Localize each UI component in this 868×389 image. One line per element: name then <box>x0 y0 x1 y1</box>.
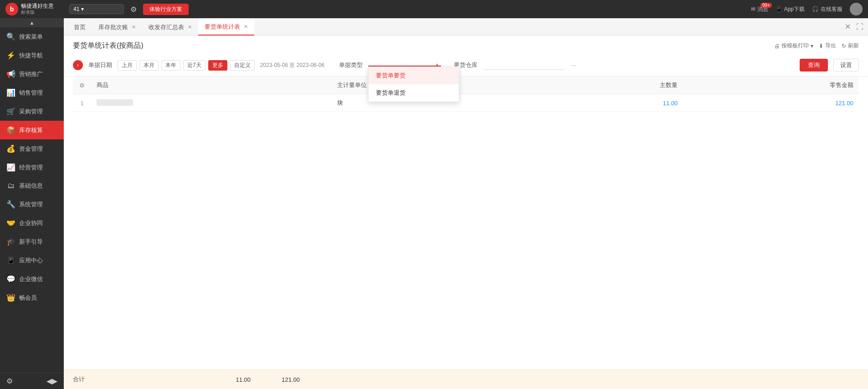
page-content: 要货单统计表(按商品) 🖨 按模板打印 ▾ ⬇ 导出 ↻ 刷新 <box>64 36 868 369</box>
dropdown-item-order-goods[interactable]: 要货单要货 <box>369 67 459 84</box>
top-header: b 畅捷通好生意 标准版 41 ▾ ⚙ 体验行业方案 ✉ 消息 99+ 📱 Ap… <box>0 0 868 18</box>
sidebar-item-operations[interactable]: 📈 经营管理 <box>0 158 64 177</box>
tab-receivable[interactable]: 收发存汇总表✕ <box>142 19 198 35</box>
sidebar-bottom: ⚙ ◀▶ <box>0 373 64 389</box>
print-btn[interactable]: 🖨 按模板打印 ▾ <box>774 42 813 50</box>
more-dates-btn[interactable]: 更多 <box>208 60 227 71</box>
table-col-qty: 主数量 <box>538 77 683 94</box>
last-month-btn[interactable]: 上月 <box>118 60 137 71</box>
sidebar-icon-sales: 📊 <box>6 88 15 97</box>
sidebar-item-system[interactable]: 🔧 系统管理 <box>0 195 64 214</box>
print-dropdown-icon: ▾ <box>811 43 813 49</box>
header-center: 41 ▾ ⚙ 体验行业方案 <box>69 4 751 15</box>
sidebar-settings-icon[interactable]: ⚙ <box>6 377 13 385</box>
tab-order-stats[interactable]: 要货单统计表✕ <box>198 18 254 36</box>
tab-close-order-stats[interactable]: ✕ <box>244 24 248 30</box>
this-year-btn[interactable]: 本年 <box>161 60 180 71</box>
sidebar-label-search: 搜索菜单 <box>19 33 43 41</box>
sidebar-item-wechat[interactable]: 💬 企业微信 <box>0 270 64 288</box>
date-shortcuts: 上月 本月 本年 近7天 更多 自定义 <box>118 60 255 71</box>
sidebar-item-sales[interactable]: 📊 销售管理 <box>0 83 64 102</box>
app-name: 畅捷通好生意 <box>21 3 54 9</box>
sidebar-item-inventory[interactable]: 📦 库存核算 <box>0 121 64 139</box>
warehouse-input[interactable] <box>483 61 565 70</box>
sidebar-icon-system: 🔧 <box>6 200 15 209</box>
phone-icon: 📱 <box>776 6 782 12</box>
sidebar-icon-guide: 🎓 <box>6 237 15 246</box>
warehouse-more-btn[interactable]: ··· <box>570 61 576 69</box>
query-button[interactable]: 查询 <box>800 59 828 72</box>
sidebar-icon-members: 👑 <box>6 293 15 302</box>
table-col-amount: 零售金额 <box>683 77 859 94</box>
sidebar-label-inventory: 库存核算 <box>19 126 43 134</box>
sidebar-icon-wechat: 💬 <box>6 275 15 283</box>
sidebar-label-sales: 销售管理 <box>19 89 43 97</box>
summary-label: 合计 <box>73 375 205 384</box>
sidebar-item-members[interactable]: 👑 畅会员 <box>0 288 64 307</box>
sidebar-icon-search: 🔍 <box>6 32 15 41</box>
tab-close-batch[interactable]: ✕ <box>132 24 136 30</box>
header-settings-btn[interactable]: ⚙ <box>128 4 139 15</box>
message-icon: ✉ <box>751 6 755 12</box>
refresh-icon: ↻ <box>842 43 846 49</box>
setup-button[interactable]: 设置 <box>833 59 859 72</box>
sidebar-item-purchase[interactable]: 🛒 采购管理 <box>0 102 64 121</box>
custom-date-btn[interactable]: 自定义 <box>230 60 255 71</box>
logo-area: b 畅捷通好生意 标准版 <box>5 3 69 15</box>
sidebar-item-guide[interactable]: 🎓 新手引导 <box>0 232 64 251</box>
print-icon: 🖨 <box>774 43 780 49</box>
sidebar-icon-shortcut: ⚡ <box>6 51 15 60</box>
sidebar-item-shortcut[interactable]: ⚡ 快捷导航 <box>0 46 64 65</box>
table-container: ⚙ 商品 主计量单位 主数量 零售金额 1 块 11.00 121.00 <box>64 77 868 112</box>
app-download-btn[interactable]: 📱 App下载 <box>776 5 805 13</box>
messages-btn[interactable]: ✉ 消息 99+ <box>751 5 768 13</box>
store-selector[interactable]: 41 ▾ <box>69 4 124 14</box>
tab-expand-btn[interactable]: ⛶ <box>855 22 864 32</box>
sidebar-item-base[interactable]: 🗂 基础信息 <box>0 177 64 195</box>
table-spacer <box>64 112 868 249</box>
sidebar-item-finance[interactable]: 💰 资金管理 <box>0 139 64 158</box>
sidebar-items: 🔍 搜索菜单 ⚡ 快捷导航 📢 营销推广 📊 销售管理 🛒 采购管理 📦 库存核… <box>0 27 64 373</box>
table-col-settings[interactable]: ⚙ <box>73 77 91 94</box>
dropdown-item-order-return[interactable]: 要货单退货 <box>369 84 459 102</box>
sidebar-icon-enterprise: 🤝 <box>6 219 15 227</box>
table-row: 1 块 11.00 121.00 <box>73 94 859 112</box>
avatar[interactable] <box>850 3 863 15</box>
tab-label-receivable: 收发存汇总表 <box>149 23 184 31</box>
sidebar-item-marketing[interactable]: 📢 营销推广 <box>0 65 64 83</box>
sidebar-scroll-up[interactable]: ▲ <box>0 18 64 27</box>
tab-label-home: 首页 <box>74 23 86 31</box>
tab-close-receivable[interactable]: ✕ <box>188 24 192 30</box>
sidebar-label-purchase: 采购管理 <box>19 107 43 116</box>
store-name: 41 <box>73 6 79 12</box>
sidebar-item-enterprise[interactable]: 🤝 企业协同 <box>0 214 64 232</box>
summary-amount: 121.00 <box>254 376 300 383</box>
tab-bar-right: ✕ ⛶ <box>844 21 864 32</box>
filter-bar: › 单据日期 上月 本月 本年 近7天 更多 自定义 2023-05-06 至 … <box>64 54 868 77</box>
row-num-0: 1 <box>73 94 91 112</box>
sidebar-icon-inventory: 📦 <box>6 126 15 134</box>
sidebar-icon-purchase: 🛒 <box>6 107 15 116</box>
sidebar-item-search[interactable]: 🔍 搜索菜单 <box>0 27 64 46</box>
tab-home[interactable]: 首页 <box>67 19 92 35</box>
export-btn[interactable]: ⬇ 导出 <box>819 42 836 50</box>
last-7-days-btn[interactable]: 近7天 <box>183 60 205 71</box>
sidebar-collapse-icon[interactable]: ◀▶ <box>46 377 57 385</box>
sidebar-icon-operations: 📈 <box>6 163 15 172</box>
headset-icon: 🎧 <box>812 6 819 12</box>
sidebar-label-marketing: 营销推广 <box>19 70 43 78</box>
expand-filter-btn[interactable]: › <box>73 60 83 70</box>
sidebar-label-finance: 资金管理 <box>19 145 43 153</box>
type-select-wrapper: ∧ 要货单要货要货单退货 <box>368 64 441 67</box>
trial-button[interactable]: 体验行业方案 <box>143 4 189 15</box>
sidebar-label-members: 畅会员 <box>19 294 37 302</box>
close-all-tabs-btn[interactable]: ✕ <box>844 21 852 32</box>
product-placeholder-0 <box>97 99 133 106</box>
this-month-btn[interactable]: 本月 <box>139 60 159 71</box>
refresh-label: 刷新 <box>848 42 859 50</box>
tab-batch[interactable]: 库存批次账✕ <box>92 19 142 35</box>
refresh-btn[interactable]: ↻ 刷新 <box>842 42 859 50</box>
dropdown-chevron: ▾ <box>81 6 84 12</box>
online-service-btn[interactable]: 🎧 在线客服 <box>812 5 842 13</box>
sidebar-item-apps[interactable]: 📱 应用中心 <box>0 251 64 270</box>
